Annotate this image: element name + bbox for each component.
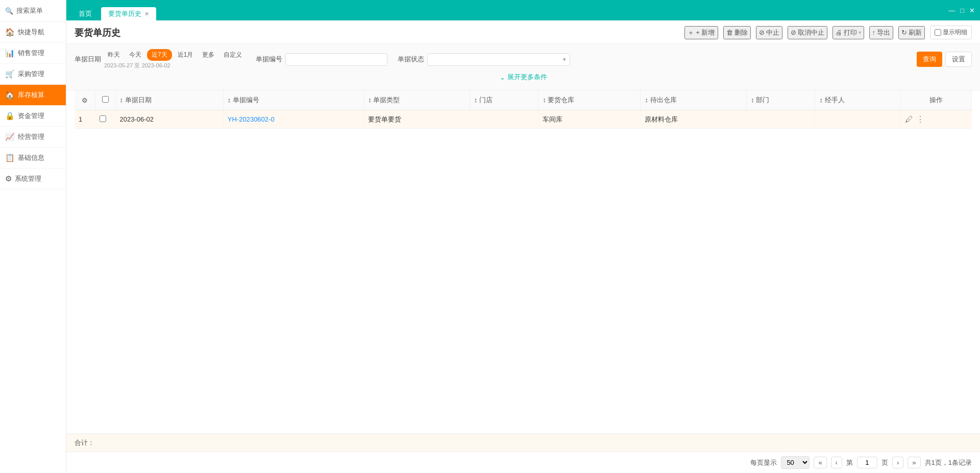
cell-checkbox[interactable] (95, 110, 115, 129)
date-btn-更多[interactable]: 更多 (199, 49, 218, 61)
sidebar-item-inventory[interactable]: 🏠库存核算 (0, 85, 66, 106)
cell-date: 2023-06-02 (115, 110, 223, 129)
th-checkbox[interactable] (95, 90, 115, 110)
page-input[interactable] (857, 457, 877, 468)
toolbar: ＋ + 新增 🗑 删除 ⊘ 中止 ⊘ 取消中止 🖨 打印 (684, 26, 972, 39)
last-page-btn[interactable]: » (908, 457, 920, 468)
cell-pending-warehouse: 原材料仓库 (641, 110, 747, 129)
date-filter-group: 单据日期 昨天今天近7天近1月更多自定义 2023-05-27 至 2023-0… (75, 49, 246, 69)
search-icon: 🔍 (5, 7, 13, 15)
expand-more-btn[interactable]: ⌄ 展开更多条件 (75, 69, 972, 85)
maximize-icon[interactable]: □ (960, 7, 964, 14)
delete-button[interactable]: 🗑 删除 (723, 26, 751, 39)
th-pending-warehouse[interactable]: ↕ 待出仓库 (641, 90, 747, 110)
row-edit-btn[interactable]: 🖊 (905, 115, 913, 124)
topbar-tab-home[interactable]: 首页 (71, 7, 99, 20)
tab-close-requisition-history[interactable]: ✕ (144, 11, 149, 17)
th-bill-no[interactable]: ↕ 单据编号 (223, 90, 363, 110)
filter-row: 单据日期 昨天今天近7天近1月更多自定义 2023-05-27 至 2023-0… (75, 49, 972, 69)
expand-icon: ⌄ (500, 74, 505, 81)
per-page-select[interactable]: 102050100 (781, 456, 810, 469)
cell-bill-no: YH-20230602-0 (223, 110, 363, 129)
sidebar-item-basic-info[interactable]: 📋基础信息 (0, 148, 66, 169)
minimize-icon[interactable]: — (948, 7, 955, 14)
th-settings[interactable]: ⚙ (75, 90, 95, 110)
th-handler[interactable]: ↕ 经手人 (815, 90, 900, 110)
th-req-warehouse[interactable]: ↕ 要货仓库 (538, 90, 641, 110)
status-filter-group: 单据状态 (398, 53, 570, 66)
content: 要货单历史 ＋ + 新增 🗑 删除 ⊘ 中止 ⊘ 取消中止 (66, 20, 980, 473)
main-area: 首页要货单历史✕ — □ ✕ 要货单历史 ＋ + 新增 🗑 删除 ⊘ (66, 0, 980, 473)
th-bill-type[interactable]: ↕ 单据类型 (364, 90, 470, 110)
date-btn-近1月[interactable]: 近1月 (174, 49, 197, 61)
cell-req-warehouse: 车间库 (538, 110, 641, 129)
stop-button[interactable]: ⊘ 中止 (756, 26, 782, 39)
th-date[interactable]: ↕ 单据日期 (115, 90, 223, 110)
new-button[interactable]: ＋ + 新增 (684, 26, 718, 39)
status-select[interactable] (427, 53, 570, 66)
sidebar-item-label: 经营管理 (18, 132, 44, 141)
expand-label: 展开更多条件 (507, 73, 547, 82)
display-detail-toggle[interactable]: 显示明细 (930, 26, 972, 39)
cell-index: 1 (75, 110, 95, 129)
settings-button[interactable]: 设置 (945, 52, 972, 67)
table-body: 1 2023-06-02 YH-20230602-0 要货单要货 车间库 原材料… (75, 110, 972, 129)
th-actions: 操作 (900, 90, 971, 110)
query-button[interactable]: 查询 (917, 52, 942, 67)
sidebar-item-system[interactable]: ⚙系统管理 (0, 169, 66, 190)
display-detail-checkbox[interactable] (935, 29, 941, 36)
sidebar-item-quick-nav[interactable]: 🏠快捷导航 (0, 22, 66, 43)
page-header: 要货单历史 ＋ + 新增 🗑 删除 ⊘ 中止 ⊘ 取消中止 (66, 20, 980, 44)
date-filter-label: 单据日期 (75, 55, 101, 64)
th-department[interactable]: ↕ 部门 (746, 90, 815, 110)
pagination-bar: 每页显示 102050100 « ‹ 第 页 › » 共1页，1条记录 (66, 452, 980, 473)
page-suffix: 页 (881, 458, 888, 467)
refresh-button[interactable]: ↻ 刷新 (898, 26, 925, 39)
settings-icon: ⚙ (82, 97, 88, 104)
bill-no-link[interactable]: YH-20230602-0 (228, 115, 275, 123)
sidebar-item-operations[interactable]: 📈经营管理 (0, 127, 66, 148)
select-all-checkbox[interactable] (102, 96, 109, 103)
page-title: 要货单历史 (75, 27, 120, 39)
basic-info-icon: 📋 (5, 153, 15, 162)
row-checkbox[interactable] (100, 115, 106, 122)
topbar: 首页要货单历史✕ — □ ✕ (66, 0, 980, 20)
export-button[interactable]: ↑ 导出 (869, 26, 894, 39)
sidebar-item-finance[interactable]: 🔒资金管理 (0, 106, 66, 127)
date-btn-近7天[interactable]: 近7天 (147, 49, 172, 61)
sidebar-item-purchase[interactable]: 🛒采购管理 (0, 64, 66, 85)
tab-label-home: 首页 (79, 9, 92, 18)
sidebar-search[interactable]: 🔍 搜索菜单 (0, 0, 66, 22)
next-page-btn[interactable]: › (892, 457, 903, 468)
sidebar-item-label: 库存核算 (18, 90, 44, 100)
first-page-btn[interactable]: « (814, 457, 826, 468)
date-btn-自定义[interactable]: 自定义 (220, 49, 246, 61)
print-button[interactable]: 🖨 打印 ▾ (832, 26, 864, 39)
cell-bill-type: 要货单要货 (364, 110, 470, 129)
quick-nav-icon: 🏠 (5, 28, 15, 37)
close-window-icon[interactable]: ✕ (969, 7, 975, 14)
bill-no-filter-group: 单据编号 (256, 53, 387, 66)
system-icon: ⚙ (5, 174, 12, 183)
date-btn-昨天[interactable]: 昨天 (104, 49, 124, 61)
topbar-tab-requisition-history[interactable]: 要货单历史✕ (101, 7, 156, 20)
table-area: ⚙ ↕ 单据日期 ↕ 单据编号 ↕ 单据类型 (66, 90, 980, 434)
sidebar-item-label: 快捷导航 (18, 28, 44, 37)
bill-no-label: 单据编号 (256, 55, 282, 64)
th-store[interactable]: ↕ 门店 (470, 90, 538, 110)
cell-handler (815, 110, 900, 129)
cancel-stop-button[interactable]: ⊘ 取消中止 (788, 26, 827, 39)
sidebar: 🔍 搜索菜单 🏠快捷导航📊销售管理🛒采购管理🏠库存核算🔒资金管理📈经营管理📋基础… (0, 0, 66, 473)
date-btn-今天[interactable]: 今天 (126, 49, 145, 61)
bill-no-input[interactable] (285, 53, 387, 66)
prev-page-btn[interactable]: ‹ (831, 457, 842, 468)
data-table: ⚙ ↕ 单据日期 ↕ 单据编号 ↕ 单据类型 (75, 90, 972, 129)
sales-icon: 📊 (5, 49, 15, 58)
cancel-stop-icon: ⊘ (791, 29, 796, 36)
sidebar-item-sales[interactable]: 📊销售管理 (0, 43, 66, 64)
page-label: 第 (846, 458, 853, 467)
row-more-btn[interactable]: ⋮ (916, 114, 924, 124)
operations-icon: 📈 (5, 132, 15, 141)
date-filter-buttons: 昨天今天近7天近1月更多自定义 (104, 49, 246, 61)
sidebar-item-label: 销售管理 (18, 49, 44, 58)
